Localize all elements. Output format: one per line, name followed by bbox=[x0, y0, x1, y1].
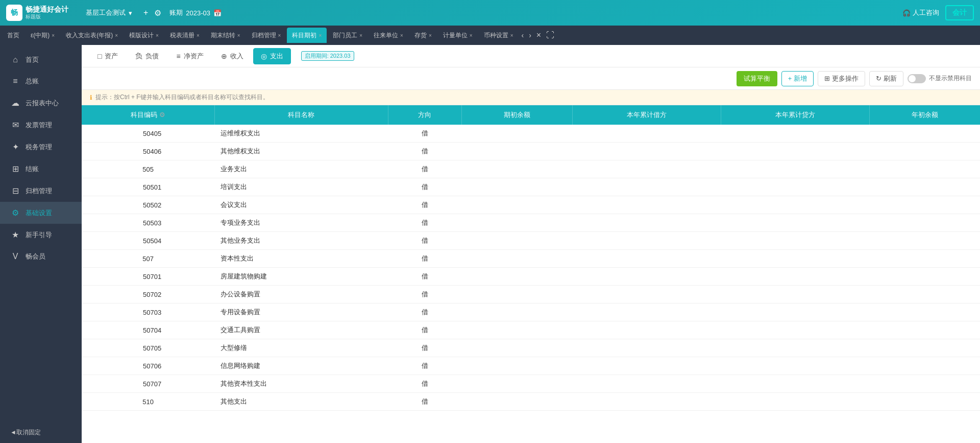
toggle-switch[interactable] bbox=[908, 74, 926, 83]
consult-button[interactable]: 🎧 人工咨询 bbox=[902, 8, 939, 17]
cell-name: 专用设备购置 bbox=[214, 304, 388, 321]
cell-name: 会议支出 bbox=[214, 196, 388, 214]
sub-tab-expenses[interactable]: ◎ 支出 bbox=[253, 48, 291, 64]
tab-archive[interactable]: 归档管理 × bbox=[247, 28, 286, 43]
cell-ytd-credit bbox=[721, 125, 870, 143]
table-row[interactable]: 50501 培训支出 借 bbox=[82, 178, 980, 196]
tab-inventory[interactable]: 存货 × bbox=[409, 28, 437, 43]
cell-ytd-debit bbox=[573, 214, 721, 232]
cell-ytd-debit bbox=[573, 196, 721, 214]
tab-close-tax[interactable]: × bbox=[197, 33, 200, 38]
tab-close-annual[interactable]: × bbox=[115, 33, 118, 38]
company-selector[interactable]: 基层工会测试 ▾ bbox=[82, 6, 136, 19]
sidebar-item-home[interactable]: ⌂ 首页 bbox=[0, 49, 82, 71]
tab-close-inventory[interactable]: × bbox=[429, 33, 432, 38]
tab-prev-btn[interactable]: ‹ bbox=[519, 30, 526, 40]
sub-tab-net-assets[interactable]: ≡ 净资产 bbox=[168, 48, 211, 64]
tab-close-subject-initial[interactable]: × bbox=[318, 33, 322, 38]
cell-opening-balance bbox=[461, 393, 573, 411]
refresh-button[interactable]: ↻ 刷新 bbox=[869, 71, 903, 86]
tab-dept[interactable]: 部门员工 × bbox=[328, 28, 368, 43]
tab-template[interactable]: 模版设计 × bbox=[124, 28, 164, 43]
table-row[interactable]: 50502 会议支出 借 bbox=[82, 196, 980, 214]
cell-year-opening bbox=[870, 214, 980, 232]
cell-year-opening bbox=[870, 393, 980, 411]
sidebar-item-checkout[interactable]: ⊞ 结账 bbox=[0, 158, 82, 180]
table-row[interactable]: 50405 运维维权支出 借 bbox=[82, 125, 980, 143]
tab-close-mid[interactable]: × bbox=[52, 33, 55, 38]
tab-home[interactable]: 首页 bbox=[2, 28, 24, 43]
table-row[interactable]: 507 资本性支出 借 bbox=[82, 250, 980, 268]
sidebar-item-invoice[interactable]: ✉ 发票管理 bbox=[0, 114, 82, 136]
sidebar-item-settings[interactable]: ⚙ 基础设置 bbox=[0, 202, 82, 224]
cell-direction: 借 bbox=[388, 375, 461, 393]
sidebar-item-reports[interactable]: ☁ 云报表中心 bbox=[0, 92, 82, 114]
table-row[interactable]: 50504 其他业务支出 借 bbox=[82, 232, 980, 250]
table-row[interactable]: 50705 大型修缮 借 bbox=[82, 339, 980, 357]
tab-close-template[interactable]: × bbox=[156, 33, 159, 38]
sub-tab-income[interactable]: ⊕ 收入 bbox=[213, 48, 251, 64]
cell-code: 50504 bbox=[82, 232, 214, 250]
tab-expand-btn[interactable]: ⛶ bbox=[544, 30, 556, 41]
sub-tab-assets[interactable]: □ 资产 bbox=[90, 48, 126, 64]
table-row[interactable]: 50707 其他资本性支出 借 bbox=[82, 375, 980, 393]
cell-direction: 借 bbox=[388, 304, 461, 321]
more-button[interactable]: ⊞ 更多操作 bbox=[818, 71, 865, 86]
tab-close-contact[interactable]: × bbox=[400, 33, 403, 38]
balance-button[interactable]: 试算平衡 bbox=[737, 71, 777, 86]
sub-tab-liabilities[interactable]: 负 负债 bbox=[128, 48, 166, 64]
settings-icon-header[interactable]: ⚙ bbox=[154, 8, 161, 18]
calendar-icon[interactable]: 📅 bbox=[213, 9, 222, 17]
sidebar-label-tax: 税务管理 bbox=[26, 143, 52, 152]
tab-next-btn[interactable]: › bbox=[527, 30, 533, 40]
col-settings-icon[interactable]: ⚙ bbox=[159, 111, 165, 119]
logo-area: 畅 畅捷通好会计 标题版 bbox=[6, 5, 78, 21]
cell-year-opening bbox=[870, 232, 980, 250]
table-row[interactable]: 505 业务支出 借 bbox=[82, 160, 980, 178]
tab-period-end[interactable]: 期末结转 × bbox=[206, 28, 246, 43]
account-button[interactable]: 会计 bbox=[945, 5, 974, 20]
sidebar-label-archive: 归档管理 bbox=[26, 186, 52, 196]
sidebar-item-guide[interactable]: ★ 新手引导 bbox=[0, 224, 82, 246]
toggle-area: 不显示禁用科目 bbox=[908, 74, 972, 83]
sub-tab-bar: □ 资产 负 负债 ≡ 净资产 ⊕ 收入 ◎ 支出 启用期间: 2023.03 bbox=[82, 45, 980, 67]
tab-close-period-end[interactable]: × bbox=[237, 33, 240, 38]
table-row[interactable]: 50702 办公设备购置 借 bbox=[82, 286, 980, 304]
table-row[interactable]: 50701 房屋建筑物购建 借 bbox=[82, 268, 980, 286]
sidebar-pin-toggle[interactable]: ◄取消固定 bbox=[0, 422, 82, 443]
add-button[interactable]: + 新增 bbox=[781, 71, 814, 86]
tab-close-archive[interactable]: × bbox=[278, 33, 281, 38]
checkout-icon: ⊞ bbox=[10, 164, 20, 174]
cell-code: 50502 bbox=[82, 196, 214, 214]
cell-opening-balance bbox=[461, 339, 573, 357]
table-row[interactable]: 50503 专项业务支出 借 bbox=[82, 214, 980, 232]
table-row[interactable]: 50703 专用设备购置 借 bbox=[82, 304, 980, 321]
cell-ytd-debit bbox=[573, 232, 721, 250]
tab-label-inventory: 存货 bbox=[414, 31, 427, 40]
tab-close-unit[interactable]: × bbox=[470, 33, 473, 38]
tab-contact[interactable]: 往来单位 × bbox=[369, 28, 408, 43]
tab-close-currency[interactable]: × bbox=[510, 33, 513, 38]
tab-close-all-btn[interactable]: × bbox=[534, 30, 543, 41]
sidebar-item-member[interactable]: V 畅会员 bbox=[0, 246, 82, 267]
sidebar-item-tax[interactable]: ✦ 税务管理 bbox=[0, 136, 82, 158]
cell-year-opening bbox=[870, 268, 980, 286]
sidebar-item-ledger[interactable]: ≡ 总账 bbox=[0, 71, 82, 92]
tab-tax[interactable]: 税表清册 × bbox=[165, 28, 205, 43]
cell-name: 运维维权支出 bbox=[214, 125, 388, 143]
tab-close-dept[interactable]: × bbox=[359, 33, 362, 38]
tab-currency[interactable]: 币种设置 × bbox=[479, 28, 519, 43]
table-row[interactable]: 50406 其他维权支出 借 bbox=[82, 143, 980, 160]
table-row[interactable]: 510 其他支出 借 bbox=[82, 393, 980, 411]
tab-mid[interactable]: ε(中期) × bbox=[26, 28, 60, 43]
sidebar-item-archive[interactable]: ⊟ 归档管理 bbox=[0, 180, 82, 202]
tab-annual[interactable]: 收入支出表(年报) × bbox=[61, 28, 123, 43]
tab-unit[interactable]: 计量单位 × bbox=[438, 28, 478, 43]
add-company-btn[interactable]: + bbox=[143, 8, 148, 17]
cell-opening-balance bbox=[461, 250, 573, 268]
table-row[interactable]: 50704 交通工具购置 借 bbox=[82, 321, 980, 339]
app-edition: 标题版 bbox=[26, 13, 68, 20]
cell-code: 50705 bbox=[82, 339, 214, 357]
table-row[interactable]: 50706 信息网络购建 借 bbox=[82, 357, 980, 375]
tab-subject-initial[interactable]: 科目期初 × bbox=[287, 28, 327, 43]
